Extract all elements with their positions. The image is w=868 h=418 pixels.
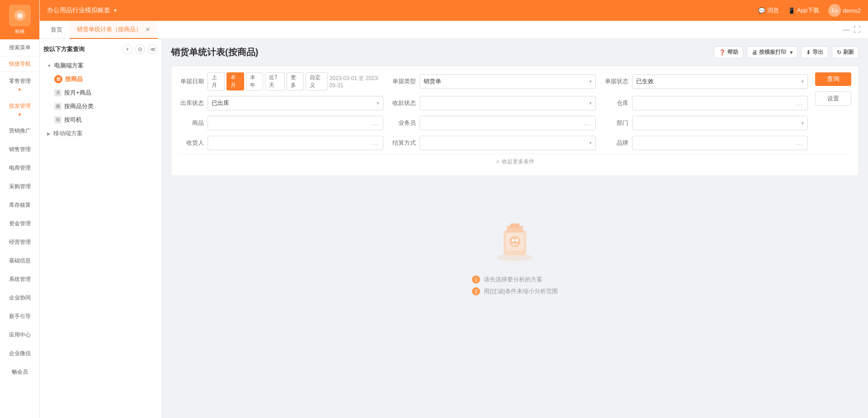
salesman-input[interactable]: … — [420, 116, 595, 130]
sidebar-item-1[interactable]: 批发管理▲ — [7, 97, 33, 122]
sidebar-item-7[interactable]: 资金管理 — [7, 214, 33, 233]
message-icon: 💬 — [758, 7, 765, 14]
sidebar-item-0[interactable]: 零售管理▲ — [7, 72, 33, 97]
brand-label: 品牌 — [603, 139, 628, 147]
collapse-filter-button[interactable]: ∧ 收起更多条件 — [179, 154, 851, 169]
filter-dept-item: 部门 ▾ — [603, 116, 808, 130]
settlement-chevron-icon: ▾ — [589, 140, 592, 146]
edit-scheme-button[interactable]: ⊙ — [135, 44, 145, 54]
sidebar-item-10[interactable]: 系统管理 — [7, 270, 33, 289]
doc-type-chevron-icon: ▾ — [589, 78, 592, 85]
sidebar-item-14[interactable]: 企业微信 — [7, 344, 33, 363]
doc-type-select[interactable]: 销货单 ▾ — [420, 74, 595, 89]
export-label: 导出 — [812, 48, 823, 56]
filter-area: 单据日期 上月 本月 本年 近7天 更多 自定义 2023-03-01 至 20… — [171, 66, 859, 176]
header-dropdown-icon[interactable]: ▾ — [114, 7, 117, 14]
user-profile[interactable]: Ea demo2 — [828, 4, 861, 17]
sidebar-item-8[interactable]: 经营管理 — [7, 233, 33, 252]
tree-child-driver-label: 按司机 — [64, 116, 82, 124]
sidebar-item-2[interactable]: 营销推广 — [7, 122, 33, 140]
filter-row-1: 单据日期 上月 本月 本年 近7天 更多 自定义 2023-03-01 至 20… — [179, 72, 808, 90]
tree-child-icon-month: 月 — [54, 89, 61, 96]
tree-pc-scheme[interactable]: ▼ 电脑端方案 — [43, 59, 158, 72]
messages-button[interactable]: 💬 消息 — [758, 6, 779, 14]
tab-home[interactable]: 首页 — [43, 21, 70, 39]
date-btn-7days[interactable]: 近7天 — [265, 72, 285, 90]
sidebar-item-9[interactable]: 基础信息 — [7, 252, 33, 270]
date-btn-this-year[interactable]: 本年 — [246, 72, 263, 90]
settlement-label: 结算方式 — [391, 139, 416, 147]
receiver-label: 收货人 — [179, 139, 204, 147]
tree-child-by-goods[interactable]: 按 按商品 — [51, 72, 158, 86]
sidebar-item-12[interactable]: 新手引导 — [7, 307, 33, 326]
tree-child-by-category[interactable]: 商 按商品分类 — [51, 100, 158, 113]
date-btn-last-month[interactable]: 上月 — [208, 72, 225, 90]
date-range-text: 2023-03-01 至 2023-03-31 — [330, 75, 384, 89]
header-right: 💬 消息 📱 App下载 Ea demo2 — [758, 4, 861, 17]
empty-state: 1 请先选择要分析的方案 2 用[过滤]条件来缩小分析范围 — [171, 176, 859, 335]
warehouse-input[interactable]: … — [632, 96, 808, 110]
left-panel-title: 按以下方案查询 — [43, 45, 85, 53]
svg-rect-9 — [510, 223, 519, 228]
sidebar-item-3[interactable]: 销售管理 — [7, 140, 33, 159]
svg-point-6 — [512, 239, 514, 242]
app-download-button[interactable]: 📱 App下载 — [788, 6, 819, 14]
filter-row-4: 收货人 … 结算方式 ▾ — [179, 136, 808, 150]
filter-date-item: 单据日期 上月 本月 本年 近7天 更多 自定义 2023-03-01 至 20… — [179, 72, 383, 90]
date-btn-more[interactable]: 更多 — [287, 72, 304, 90]
out-status-select[interactable]: 已出库 ▾ — [208, 96, 383, 110]
refresh-icon: ↻ — [837, 49, 841, 56]
refresh-button[interactable]: ↻ 刷新 — [832, 46, 859, 58]
filter-doc-type-item: 单据类型 销货单 ▾ — [391, 74, 595, 89]
tree-pc-children: 按 按商品 月 按月+商品 商 按商品分类 司 按司机 — [43, 72, 158, 127]
settlement-select[interactable]: ▾ — [420, 136, 595, 150]
tree-child-icon-driver: 司 — [54, 116, 61, 124]
collapse-panel-button[interactable]: ≪ — [148, 44, 158, 54]
sidebar-shortcut[interactable]: 快捷导航 — [0, 57, 39, 72]
print-icon: 🖨 — [752, 49, 757, 56]
export-button[interactable]: ⬇ 导出 — [801, 46, 828, 58]
sidebar-item-13[interactable]: 应用中心 — [7, 326, 33, 344]
sidebar-item-4[interactable]: 电商管理 — [7, 159, 33, 177]
sidebar-item-5[interactable]: 采购管理 — [7, 177, 33, 196]
sidebar-menu: 零售管理▲批发管理▲营销推广销售管理电商管理采购管理库存核算资金管理经营管理基础… — [7, 72, 33, 381]
doc-status-select[interactable]: 已生效 ▾ — [632, 74, 808, 89]
add-scheme-button[interactable]: + — [123, 44, 132, 54]
empty-hints: 1 请先选择要分析的方案 2 用[过滤]条件来缩小分析范围 — [472, 276, 557, 299]
dept-select[interactable]: ▾ — [632, 116, 808, 130]
query-button[interactable]: 查询 — [815, 72, 851, 86]
header-left: 办公用品行业模拟账套 ▾ — [47, 6, 117, 14]
tab-minimize-icon[interactable]: — — [843, 26, 850, 34]
help-icon: ❓ — [719, 49, 726, 56]
tab-maximize-icon[interactable]: ⛶ — [854, 26, 861, 34]
print-dropdown-icon[interactable]: ▾ — [790, 49, 793, 56]
print-button[interactable]: 🖨 按模板打印 ▾ — [747, 46, 797, 58]
empty-hint-1: 1 请先选择要分析的方案 — [472, 276, 557, 284]
sidebar-search[interactable]: 搜索菜单 — [0, 39, 39, 57]
tab-close-icon[interactable]: ✕ — [145, 26, 151, 33]
date-btn-custom[interactable]: 自定义 — [306, 72, 327, 90]
settings-button[interactable]: 设置 — [815, 91, 851, 106]
out-status-value: 已出库 — [212, 99, 229, 107]
app-download-label: App下载 — [797, 6, 819, 14]
collect-status-select[interactable]: ▾ — [420, 96, 595, 110]
tab-sales-stat[interactable]: 销货单统计表（按商品） ✕ — [70, 21, 158, 39]
receiver-input[interactable]: … — [208, 136, 383, 150]
tab-bar: 首页 销货单统计表（按商品） ✕ — ⛶ — [40, 21, 868, 39]
sidebar-item-6[interactable]: 库存核算 — [7, 196, 33, 214]
tree-child-by-driver[interactable]: 司 按司机 — [51, 113, 158, 127]
help-button[interactable]: ❓ 帮助 — [714, 46, 743, 58]
filter-action-buttons: 查询 设置 — [815, 72, 851, 150]
tree-mobile-scheme[interactable]: ▶ 移动端方案 — [43, 127, 158, 140]
svg-text:畅: 畅 — [17, 13, 23, 19]
goods-dots-icon: … — [371, 119, 379, 127]
tree-child-by-month-goods[interactable]: 月 按月+商品 — [51, 86, 158, 100]
date-btn-this-month[interactable]: 本月 — [226, 72, 244, 90]
sidebar-item-15[interactable]: 畅会员 — [7, 363, 33, 381]
page-actions: ❓ 帮助 🖨 按模板打印 ▾ ⬇ 导出 ↻ 刷新 — [714, 46, 859, 58]
filter-goods-item: 商品 … — [179, 116, 383, 130]
goods-input[interactable]: … — [208, 116, 383, 130]
sidebar-item-11[interactable]: 企业协同 — [7, 289, 33, 307]
dept-chevron-icon: ▾ — [801, 120, 804, 126]
brand-input[interactable]: … — [632, 136, 808, 150]
